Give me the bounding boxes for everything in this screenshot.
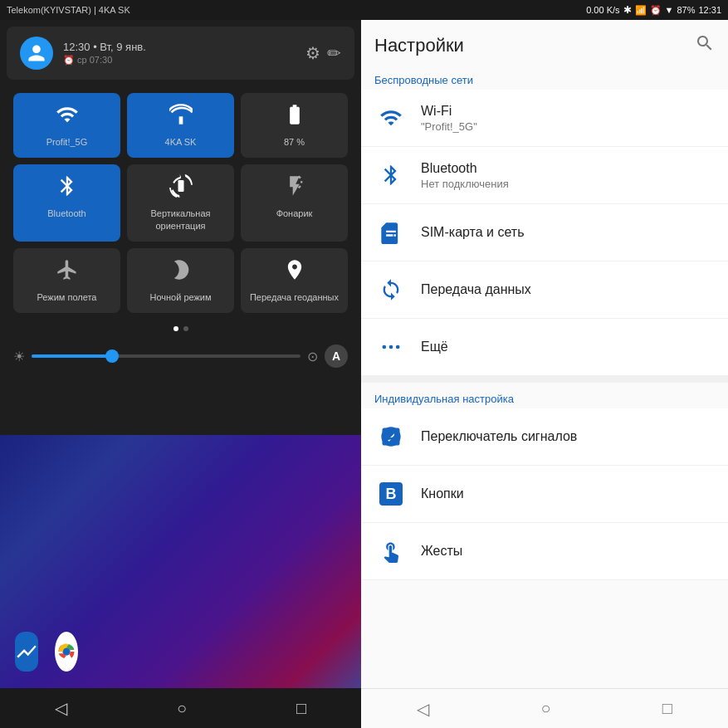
dot-1	[173, 326, 178, 331]
qs-tile-signal[interactable]: 4KA SK	[127, 93, 234, 158]
airplane-qs-icon	[56, 258, 79, 286]
qs-tile-wifi[interactable]: Profit!_5G	[13, 93, 120, 158]
notif-title: 12:30 • Вт, 9 янв.	[63, 41, 296, 53]
back-button-right[interactable]: ◁	[417, 699, 429, 719]
dock-icons	[0, 625, 13, 678]
svg-line-4	[298, 186, 300, 188]
carrier-text: Telekom(KYIVSTAR) | 4KA SK	[7, 5, 130, 15]
wifi-qs-label: Profit!_5G	[46, 136, 88, 148]
stocks-icon[interactable]	[15, 632, 38, 672]
signal-icon: 📶	[635, 5, 647, 16]
sim-title: SIM-карта и сеть	[421, 225, 715, 240]
orientation-qs-icon	[169, 174, 193, 203]
more-title: Ещё	[421, 340, 715, 354]
settings-item-gestures[interactable]: Жесты	[361, 523, 728, 580]
alarm-icon: ⏰	[650, 5, 662, 16]
brightness-slider[interactable]	[32, 354, 300, 358]
more-content: Ещё	[421, 340, 715, 354]
status-bar-right: 0.00 K/s ✱ 📶 ⏰ ▼ 87% 12:31	[586, 4, 721, 16]
location-qs-label: Передача геоданных	[250, 291, 339, 303]
signal-switch-content: Переключатель сигналов	[421, 429, 715, 444]
wallpaper: ▲	[0, 435, 361, 728]
svg-rect-0	[178, 116, 183, 124]
home-button-right[interactable]: ○	[540, 699, 550, 718]
location-qs-icon	[283, 258, 306, 286]
qs-tile-airplane[interactable]: Режим полета	[13, 248, 120, 313]
settings-item-more[interactable]: Ещё	[361, 319, 728, 376]
sim-icon	[374, 216, 408, 249]
settings-title: Настройки	[374, 35, 464, 56]
airplane-qs-label: Режим полета	[37, 291, 96, 303]
chrome-icon[interactable]	[55, 632, 78, 672]
speed-text: 0.00 K/s	[586, 5, 619, 15]
buttons-title: Кнопки	[421, 486, 715, 501]
section-label-wireless: Беспроводные сети	[361, 64, 728, 90]
svg-rect-1	[178, 180, 183, 192]
notification-card[interactable]: 12:30 • Вт, 9 янв. ⏰ ср 07:30 ⚙ ✏	[7, 27, 354, 80]
wifi-qs-icon	[56, 103, 79, 131]
search-icon[interactable]	[695, 33, 715, 57]
dot-2	[183, 326, 188, 331]
settings-notif-button[interactable]: ⚙	[305, 43, 320, 63]
notif-actions: ⚙ ✏	[305, 43, 341, 63]
page-dots	[0, 320, 361, 338]
wifi-title: Wi-Fi	[421, 104, 715, 119]
svg-line-2	[298, 177, 300, 178]
buttons-content: Кнопки	[421, 486, 715, 501]
brightness-row[interactable]: ☀ ⊙ A	[0, 338, 361, 374]
qs-tile-night[interactable]: Ночной режим	[127, 248, 234, 313]
data-title: Передача данных	[421, 282, 715, 297]
bluetooth-qs-label: Bluetooth	[47, 208, 86, 219]
orientation-qs-label: Вертикальная ориентация	[134, 208, 227, 232]
notif-avatar	[20, 37, 53, 70]
qs-tile-bluetooth[interactable]: Bluetooth	[13, 164, 120, 242]
qs-tile-orientation[interactable]: Вертикальная ориентация	[127, 164, 234, 242]
back-button[interactable]: ◁	[55, 698, 67, 718]
brightness-auto-button[interactable]: A	[325, 344, 348, 368]
edit-notif-button[interactable]: ✏	[327, 43, 341, 63]
brightness-thumb[interactable]	[105, 349, 119, 363]
battery-text: 87%	[677, 5, 695, 15]
data-content: Передача данных	[421, 282, 715, 297]
bluetooth-icon	[374, 159, 408, 192]
bluetooth-content: Bluetooth Нет подключения	[421, 161, 715, 190]
night-qs-icon	[169, 258, 193, 286]
bluetooth-qs-icon	[56, 174, 79, 203]
notification-panel: 12:30 • Вт, 9 янв. ⏰ ср 07:30 ⚙ ✏ Profit…	[0, 20, 361, 728]
svg-point-6	[383, 345, 387, 349]
battery-qs-label: 87 %	[284, 136, 305, 148]
wifi-subtitle: "Profit!_5G"	[421, 120, 715, 133]
bluetooth-title: Bluetooth	[421, 161, 715, 176]
sim-content: SIM-карта и сеть	[421, 225, 715, 240]
wifi-content: Wi-Fi "Profit!_5G"	[421, 104, 715, 133]
bluetooth-subtitle: Нет подключения	[421, 178, 715, 190]
qs-tile-battery[interactable]: 87 %	[241, 93, 348, 158]
settings-item-wifi[interactable]: Wi-Fi "Profit!_5G"	[361, 90, 728, 147]
signal-switch-icon	[374, 420, 408, 453]
flashlight-qs-icon	[283, 174, 306, 203]
recents-button-right[interactable]: □	[662, 699, 672, 718]
quick-settings-grid: Profit!_5G 4KA SK 87 %	[0, 86, 361, 320]
settings-panel: Настройки Беспроводные сети Wi-Fi "Profi…	[361, 20, 728, 728]
settings-item-sim[interactable]: SIM-карта и сеть	[361, 204, 728, 261]
battery-qs-icon	[283, 103, 306, 131]
section-label-custom: Индивидуальная настройка	[361, 383, 728, 408]
qs-tile-location[interactable]: Передача геоданных	[241, 248, 348, 313]
gestures-title: Жесты	[421, 544, 715, 559]
bluetooth-status-icon: ✱	[623, 4, 632, 16]
gestures-content: Жесты	[421, 544, 715, 559]
settings-item-data[interactable]: Передача данных	[361, 261, 728, 319]
settings-item-signal-switch[interactable]: Переключатель сигналов	[361, 408, 728, 466]
night-qs-label: Ночной режим	[149, 291, 211, 303]
status-bar: Telekom(KYIVSTAR) | 4KA SK 0.00 K/s ✱ 📶 …	[0, 0, 728, 20]
svg-point-8	[396, 345, 400, 349]
bottom-nav-right: ◁ ○ □	[361, 688, 728, 728]
gestures-icon	[374, 535, 408, 568]
data-icon	[374, 273, 408, 306]
home-button[interactable]: ○	[177, 699, 187, 718]
settings-header: Настройки	[361, 20, 728, 64]
settings-item-bluetooth[interactable]: Bluetooth Нет подключения	[361, 147, 728, 204]
settings-item-buttons[interactable]: B Кнопки	[361, 466, 728, 523]
qs-tile-flashlight[interactable]: Фонарик	[241, 164, 348, 242]
recents-button[interactable]: □	[296, 699, 306, 718]
